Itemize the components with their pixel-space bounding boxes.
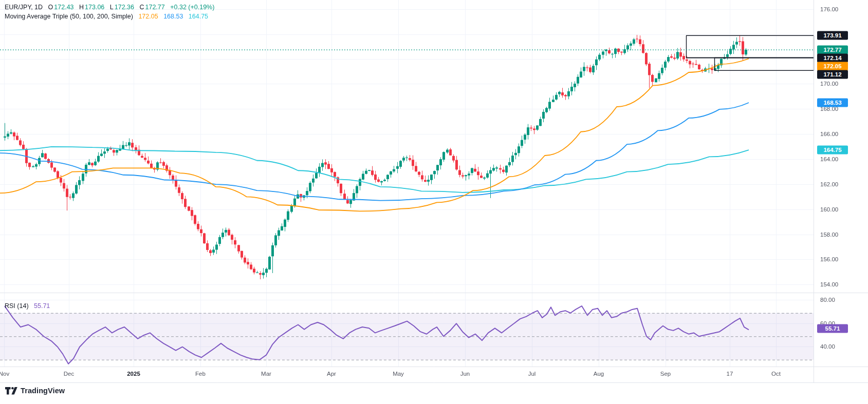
time-axis-label: Mar: [261, 371, 271, 377]
tradingview-chart-window: EUR/JPY, 1D O172.43 H173.06 L172.36 C172…: [0, 0, 868, 404]
price-axis-label: 162.00: [820, 181, 861, 187]
price-badge: 164.75: [817, 146, 848, 155]
high-label: H: [79, 4, 84, 11]
ma200-value: 164.75: [189, 13, 208, 20]
price-badge: 171.12: [817, 70, 848, 79]
time-axis-label: Apr: [327, 371, 336, 377]
price-badge: 172.14: [817, 53, 848, 62]
price-badge: 172.05: [817, 62, 848, 70]
price-axis-label: 80.00: [820, 297, 861, 303]
time-axis-label: Jul: [528, 371, 536, 377]
low-label: L: [110, 4, 114, 11]
price-axis-label: 170.00: [820, 81, 861, 87]
high-value: 173.06: [85, 4, 104, 11]
change-value: +0.32 (+0.19%): [170, 4, 214, 11]
time-axis-label: 2025: [127, 371, 140, 377]
price-axis-label: 40.00: [820, 343, 861, 350]
price-axis-label: 176.00: [820, 6, 861, 12]
price-badge: 173.91: [817, 31, 848, 40]
price-axis-label: 160.00: [820, 206, 861, 213]
chart-canvas[interactable]: [0, 0, 868, 404]
symbol-legend[interactable]: EUR/JPY, 1D O172.43 H173.06 L172.36 C172…: [5, 4, 214, 11]
symbol-title: EUR/JPY, 1D: [5, 4, 43, 11]
time-axis-label: 17: [727, 371, 733, 377]
price-badge: 172.77: [817, 45, 848, 54]
ma100-value: 168.53: [163, 13, 183, 20]
low-value: 172.36: [115, 4, 134, 11]
ma-title: Moving Average Triple (50, 100, 200, Sim…: [5, 13, 133, 20]
watermark-text: TradingView: [21, 387, 65, 395]
tradingview-watermark[interactable]: TradingView: [5, 387, 65, 395]
time-axis-label: Feb: [195, 371, 206, 377]
time-axis-label: Sep: [660, 371, 671, 377]
price-badge: 55.71: [817, 324, 848, 333]
close-value: 172.77: [145, 4, 165, 11]
ma50-value: 172.05: [138, 13, 158, 20]
ma-legend[interactable]: Moving Average Triple (50, 100, 200, Sim…: [5, 13, 212, 20]
time-axis-label: Dec: [64, 371, 74, 377]
open-label: O: [48, 4, 53, 11]
price-axis-label: 166.00: [820, 131, 861, 137]
time-axis-label: May: [393, 371, 404, 377]
time-axis-label: Oct: [771, 371, 781, 377]
price-axis-label: 154.00: [820, 281, 861, 287]
open-value: 172.43: [54, 4, 73, 11]
time-axis-label: Nov: [0, 371, 9, 377]
price-axis-label: 156.00: [820, 256, 861, 262]
price-axis-label: 164.00: [820, 156, 861, 162]
price-badge: 168.53: [817, 99, 848, 107]
rsi-title: RSI (14): [5, 302, 29, 310]
rsi-legend[interactable]: RSI (14) 55.71: [5, 302, 50, 310]
price-axis-label: 158.00: [820, 232, 861, 238]
time-axis-label: Jun: [460, 371, 470, 377]
close-label: C: [139, 4, 144, 11]
rsi-value: 55.71: [34, 302, 50, 310]
tradingview-logo-icon: [5, 387, 17, 395]
time-axis-label: Aug: [594, 371, 604, 377]
